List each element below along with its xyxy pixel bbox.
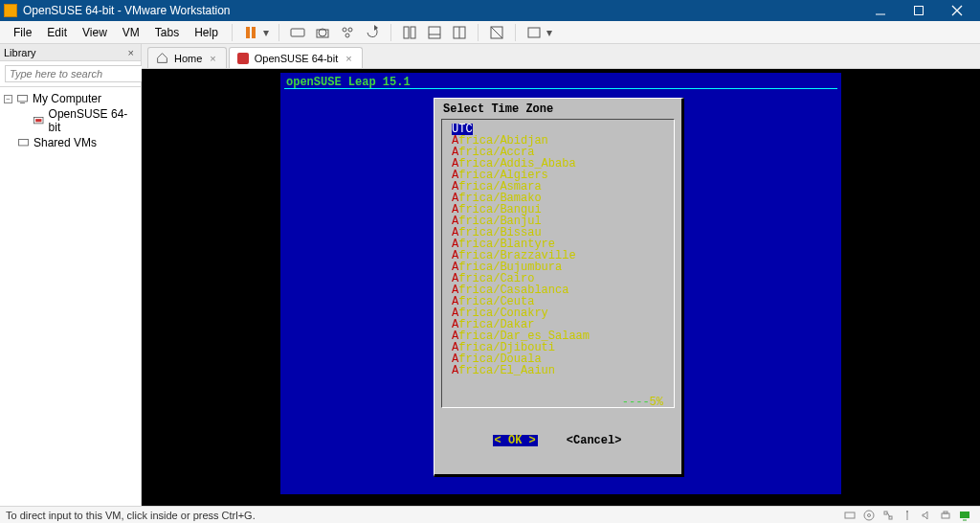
tab-label: Home [174, 53, 202, 64]
menu-tabs[interactable]: Tabs [147, 24, 187, 41]
maximize-button[interactable] [900, 0, 938, 21]
timezone-dialog: Select Time Zone UTCAfrica/AbidjanAfrica… [434, 98, 684, 477]
svg-point-10 [348, 28, 352, 32]
tree-toggle-icon[interactable]: − [4, 95, 12, 103]
send-ctrl-alt-del-button[interactable] [287, 23, 308, 42]
tab-label: OpenSUSE 64-bit [255, 53, 338, 64]
vm-screen[interactable]: openSUSE Leap 15.1 Select Time Zone UTCA… [280, 73, 841, 494]
view-tabs-button[interactable] [449, 23, 470, 42]
tree-label: Shared VMs [33, 136, 97, 149]
library-panel: Library × ▾ − My Computer OpenSUSE 64-bi… [0, 44, 142, 506]
svg-rect-27 [845, 512, 855, 518]
fullscreen-dropdown[interactable]: ▾ [546, 26, 556, 39]
vm-console[interactable]: openSUSE Leap 15.1 Select Time Zone UTCA… [142, 69, 980, 506]
tab-strip: Home × OpenSUSE 64-bit × [142, 44, 980, 69]
unity-button[interactable] [486, 23, 507, 42]
ok-button[interactable]: < OK > [493, 435, 538, 446]
statusbar: To direct input to this VM, click inside… [0, 506, 980, 523]
svg-rect-22 [18, 95, 28, 102]
tab-home[interactable]: Home × [147, 47, 227, 68]
device-printer-icon[interactable] [938, 509, 953, 522]
tab-opensuse[interactable]: OpenSUSE 64-bit × [229, 47, 363, 68]
svg-rect-36 [960, 512, 969, 518]
revert-button[interactable] [362, 23, 383, 42]
window-titlebar: OpenSUSE 64-bit - VMware Workstation [0, 0, 980, 21]
home-icon [156, 52, 168, 64]
computer-icon [16, 93, 29, 105]
svg-point-9 [343, 28, 346, 32]
library-search-row: ▾ [0, 61, 141, 87]
menubar: File Edit View VM Tabs Help ▾ ▾ [0, 21, 980, 44]
tree-node-sharedvms[interactable]: Shared VMs [2, 135, 139, 150]
svg-rect-4 [246, 27, 250, 38]
power-dropdown[interactable]: ▾ [263, 26, 273, 39]
view-thumbnail-button[interactable] [424, 23, 445, 42]
app-icon [4, 4, 17, 17]
menu-vm[interactable]: VM [115, 24, 147, 41]
timezone-item[interactable]: Africa/El_Aaiun [452, 365, 664, 376]
svg-rect-6 [291, 29, 304, 36]
svg-point-29 [868, 513, 871, 516]
pause-vm-button[interactable] [240, 23, 261, 42]
scroll-percent: 5% [650, 396, 663, 409]
svg-rect-35 [944, 512, 947, 513]
vm-os-heading: openSUSE Leap 15.1 [284, 77, 412, 88]
svg-point-33 [906, 511, 908, 512]
svg-rect-13 [411, 27, 415, 38]
window-title: OpenSUSE 64-bit - VMware Workstation [23, 4, 231, 17]
cancel-button[interactable]: <Cancel> [565, 435, 624, 446]
svg-rect-14 [429, 27, 440, 38]
library-title: Library [4, 47, 36, 58]
menu-edit[interactable]: Edit [39, 24, 75, 41]
tree-node-opensuse[interactable]: OpenSUSE 64-bit [2, 106, 139, 135]
device-hdd-icon[interactable] [842, 509, 858, 522]
library-header: Library × [0, 44, 141, 61]
device-cd-icon[interactable] [861, 509, 877, 522]
statusbar-hint: To direct input to this VM, click inside… [6, 510, 256, 521]
library-search-input[interactable] [5, 65, 147, 82]
timezone-listbox[interactable]: UTCAfrica/AbidjanAfrica/AccraAfrica/Addi… [441, 119, 675, 408]
tree-label: My Computer [33, 92, 101, 105]
svg-rect-12 [404, 27, 409, 38]
device-network-icon[interactable] [880, 509, 896, 522]
dialog-title: Select Time Zone [437, 102, 679, 119]
scroll-indicator: ----5% [437, 397, 663, 408]
tree-label: OpenSUSE 64-bit [49, 107, 137, 134]
tree-node-mycomputer[interactable]: − My Computer [2, 91, 139, 106]
tab-close-button[interactable]: × [208, 53, 217, 64]
device-usb-icon[interactable] [900, 509, 915, 522]
svg-point-11 [345, 34, 349, 37]
minimize-button[interactable] [861, 0, 900, 21]
svg-rect-5 [252, 27, 256, 38]
vm-icon [237, 53, 249, 64]
shared-icon [17, 137, 30, 149]
snapshot-manager-button[interactable] [337, 23, 358, 42]
view-console-button[interactable] [399, 23, 420, 42]
device-sound-icon[interactable] [919, 509, 934, 522]
svg-rect-19 [528, 28, 540, 37]
library-close-button[interactable]: × [125, 47, 137, 58]
menu-help[interactable]: Help [187, 24, 226, 41]
fullscreen-button[interactable] [523, 23, 545, 42]
svg-rect-30 [884, 512, 887, 514]
snapshot-button[interactable] [312, 23, 333, 42]
svg-rect-25 [35, 119, 41, 122]
close-button[interactable] [938, 0, 976, 21]
vm-display-icon[interactable] [957, 509, 972, 522]
svg-rect-1 [915, 7, 924, 15]
library-tree: − My Computer OpenSUSE 64-bit Shared VMs [0, 87, 141, 154]
svg-rect-26 [19, 139, 29, 146]
tab-close-button[interactable]: × [344, 53, 353, 64]
vm-icon [33, 115, 45, 127]
menu-file[interactable]: File [6, 24, 39, 41]
svg-point-28 [864, 511, 874, 520]
svg-rect-34 [942, 513, 949, 518]
heading-underline [284, 88, 837, 89]
menu-view[interactable]: View [75, 24, 115, 41]
